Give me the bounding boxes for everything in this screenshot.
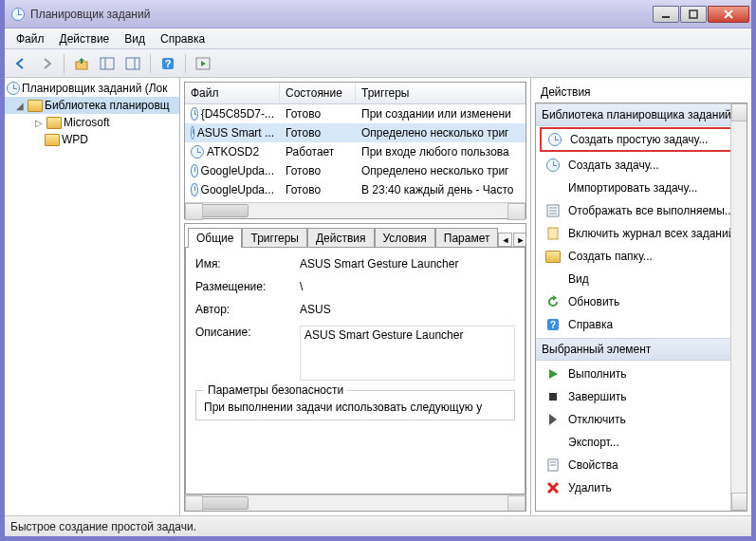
vertical-scrollbar[interactable] [730, 103, 747, 511]
col-triggers[interactable]: Триггеры [356, 83, 526, 103]
table-row[interactable]: GoogleUpda... Готово Определено нескольк… [185, 161, 526, 180]
tab-triggers[interactable]: Триггеры [242, 228, 307, 248]
maximize-button[interactable] [680, 6, 707, 23]
menu-action[interactable]: Действие [52, 30, 118, 47]
cell-file: ATKOSD2 [207, 145, 259, 159]
name-label: Имя: [195, 257, 300, 270]
actions-section-library[interactable]: Библиотека планировщика заданий ▲ [536, 103, 747, 126]
svg-text:?: ? [550, 320, 556, 330]
help-button[interactable]: ? [157, 52, 179, 75]
tree-library-label: Библиотека планировщ [45, 99, 170, 112]
tree-root[interactable]: Планировщик заданий (Лок [5, 80, 179, 97]
col-state[interactable]: Состояние [280, 83, 356, 103]
actions-section-selected[interactable]: Выбранный элемент ▲ [536, 338, 747, 361]
properties-icon [545, 457, 561, 473]
action-enable-log[interactable]: Включить журнал всех заданий [536, 222, 747, 245]
status-bar: Быстрое создание простой задачи. [5, 515, 751, 536]
action-view[interactable]: Вид ▶ [536, 268, 747, 290]
action-label: Создать простую задачу... [570, 133, 708, 146]
action-disable[interactable]: Отключить [536, 408, 747, 431]
cell-trigger: При создании или изменени [356, 106, 526, 121]
table-row[interactable]: {D45C85D7-... Готово При создании или из… [185, 104, 526, 123]
svg-rect-1 [690, 10, 697, 18]
up-folder-button[interactable] [70, 52, 93, 75]
menu-bar: Файл Действие Вид Справка [5, 28, 751, 49]
action-properties[interactable]: Свойства [536, 454, 747, 476]
cell-file: GoogleUpda... [201, 164, 274, 177]
task-icon [545, 158, 561, 173]
back-button[interactable] [9, 52, 32, 75]
svg-rect-7 [126, 58, 139, 69]
table-row[interactable]: GoogleUpda... Готово В 23:40 каждый день… [185, 180, 526, 199]
action-end[interactable]: Завершить [536, 385, 747, 408]
action-label: Отображать все выполняемы... [568, 204, 734, 217]
forward-button[interactable] [35, 52, 58, 75]
list-icon [545, 203, 561, 218]
action-refresh[interactable]: Обновить [536, 290, 747, 313]
stop-icon [545, 389, 561, 404]
help-icon: ? [545, 317, 561, 332]
cell-file: ASUS Smart ... [197, 126, 274, 140]
action-label: Создать папку... [568, 250, 653, 263]
actions-title: Действия [535, 82, 747, 103]
action-import-task[interactable]: Импортировать задачу... [536, 177, 747, 199]
tab-actions[interactable]: Действия [307, 228, 375, 248]
action-export[interactable]: Экспорт... [536, 431, 747, 454]
action-create-task[interactable]: Создать задачу... [536, 154, 747, 177]
collapse-icon[interactable]: ◢ [14, 101, 26, 111]
panel-button-2[interactable] [121, 52, 144, 75]
task-icon [191, 164, 198, 177]
panel-button-1[interactable] [96, 52, 119, 75]
col-file[interactable]: Файл [185, 83, 280, 103]
tab-scroll-right[interactable]: ► [513, 233, 526, 247]
tree-microsoft[interactable]: ▷ Microsoft [5, 114, 179, 131]
table-row[interactable]: ASUS Smart ... Готово Определено несколь… [185, 123, 526, 142]
action-show-running[interactable]: Отображать все выполняемы... [536, 199, 747, 222]
horizontal-scrollbar[interactable] [185, 202, 526, 218]
author-value: ASUS [300, 303, 515, 316]
section-label: Выбранный элемент [542, 343, 651, 356]
clock-icon [7, 82, 20, 95]
minimize-button[interactable] [653, 6, 679, 23]
tree-pane: Планировщик заданий (Лок ◢ Библиотека пл… [5, 78, 180, 515]
task-icon [191, 183, 198, 196]
tab-scroll-left[interactable]: ◄ [498, 233, 512, 247]
action-delete[interactable]: Удалить [536, 476, 747, 499]
close-button[interactable] [708, 6, 749, 23]
action-help[interactable]: ? Справка [536, 313, 747, 336]
table-row[interactable]: ATKOSD2 Работает При входе любого пользо… [185, 142, 526, 161]
menu-help[interactable]: Справка [153, 30, 212, 47]
horizontal-scrollbar[interactable] [185, 494, 526, 511]
task-table: Файл Состояние Триггеры {D45C85D7-... Го… [184, 82, 526, 219]
tab-content: Имя: ASUS Smart Gesture Launcher Размеще… [185, 247, 526, 494]
folder-icon [45, 134, 60, 146]
action-label: Выполнить [568, 367, 627, 381]
expand-icon[interactable]: ▷ [33, 118, 45, 128]
tab-conditions[interactable]: Условия [375, 228, 435, 248]
table-header: Файл Состояние Триггеры [185, 83, 526, 104]
menu-file[interactable]: Файл [9, 30, 52, 47]
cell-state: Готово [280, 182, 356, 197]
menu-view[interactable]: Вид [117, 30, 153, 47]
svg-rect-19 [549, 393, 557, 401]
action-run[interactable]: Выполнить [536, 363, 747, 385]
cell-state: Работает [280, 144, 356, 159]
tree-microsoft-label: Microsoft [64, 116, 110, 129]
action-create-basic-task[interactable]: Создать простую задачу... [540, 127, 743, 152]
tab-params[interactable]: Парамет [435, 228, 499, 248]
tab-general[interactable]: Общие [188, 228, 242, 248]
tree-library[interactable]: ◢ Библиотека планировщ [5, 97, 179, 114]
log-icon [545, 226, 561, 241]
security-text: При выполнении задачи использовать следу… [204, 397, 507, 418]
tree-wpd-label: WPD [62, 133, 88, 146]
delete-icon [545, 480, 561, 495]
play-icon [545, 366, 561, 382]
action-label: Вид [568, 272, 589, 286]
svg-rect-16 [548, 228, 558, 239]
run-button[interactable] [192, 52, 214, 75]
folder-icon [28, 100, 43, 112]
tree-wpd[interactable]: WPD [5, 131, 179, 148]
section-label: Библиотека планировщика заданий [542, 108, 731, 121]
action-label: Экспорт... [568, 436, 619, 449]
action-new-folder[interactable]: Создать папку... [536, 245, 747, 268]
